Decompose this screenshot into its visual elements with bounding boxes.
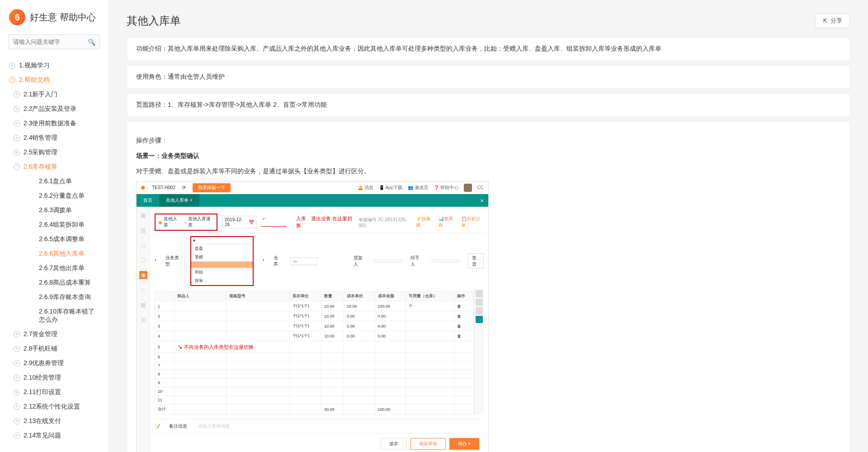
- nav-tree: 1.视频学习 2.帮助文档 2.1新手入门 2.2产品安装及登录 2.3使用前数…: [0, 58, 108, 443]
- ss-red-arrow-1: ←————: [261, 215, 292, 229]
- nav-2-12[interactable]: 2.12系统个性化设置: [14, 400, 108, 414]
- nav-2-10[interactable]: 2.10经营管理: [14, 371, 108, 385]
- ss-th: 数量: [321, 291, 344, 301]
- minus-icon: [9, 77, 15, 83]
- scene1-title: 场景一：业务类型确认: [136, 151, 840, 162]
- role-box: 使用角色：通常由仓管人员维护: [127, 65, 850, 89]
- ss-th: 库存单位: [289, 291, 321, 301]
- nav-help-docs[interactable]: 2.帮助文档: [0, 73, 108, 87]
- ss-quick-fill: ⚡快速填: [416, 216, 434, 228]
- nav-label: 2.14常见问题: [24, 432, 61, 440]
- main-content: 其他入库单 ⇱分享 功能介绍：其他入库单用来处理除采购入库、产成品入库之外的其他…: [108, 0, 868, 452]
- nav-2-3[interactable]: 2.3使用前数据准备: [14, 116, 108, 131]
- ss-track-btn: 发货: [468, 253, 484, 269]
- nav-label: 2.6库存核算: [24, 163, 57, 171]
- ss-avatar: [464, 184, 472, 192]
- nav-2-6-7[interactable]: 2.6.7其他出库单: [35, 261, 108, 276]
- ss-warehouse-input: —: [290, 257, 317, 265]
- nav-2-11[interactable]: 2.11打印设置: [14, 385, 108, 400]
- content-body: 操作步骤： 场景一：业务类型确认 对于受赠、盘盈或是拆装入库等不同的业务，是通过…: [127, 121, 850, 452]
- plus-icon: [14, 375, 20, 381]
- ss-oper-input: [432, 260, 459, 262]
- ss-tool-icon: [476, 316, 483, 323]
- ss-row: 1个(1*1个)10.0010.00100.00个🗑: [155, 301, 474, 311]
- nav-2-6-1[interactable]: 2.6.1盘点单: [35, 174, 108, 189]
- nav-2-6-5[interactable]: 2.6.5成本调整单: [35, 232, 108, 247]
- plus-icon: [14, 106, 20, 112]
- nav-2-5[interactable]: 2.5采购管理: [14, 145, 108, 160]
- plus-icon: [14, 389, 20, 395]
- ss-username: CC: [477, 185, 484, 190]
- nav-2-6[interactable]: 2.6库存核算: [14, 160, 108, 174]
- ss-try-button: 我要体验一下: [193, 183, 231, 192]
- ss-th: 可用量（仓库）: [406, 291, 454, 301]
- ss-row: 9: [155, 379, 474, 387]
- nav-label: 1.视频学习: [19, 62, 50, 70]
- ss-app-download: 📱 App下载: [379, 185, 402, 191]
- nav-2-6-3[interactable]: 2.6.3调拨单: [35, 203, 108, 218]
- nav-2-13[interactable]: 2.13在线支付: [14, 414, 108, 428]
- nav-label: 2.4销售管理: [24, 134, 57, 142]
- ss-history: 📋历史订单: [461, 216, 484, 228]
- nav-2-6-2[interactable]: 2.6.2分量盘点单: [35, 189, 108, 203]
- ss-nav-icon-1: ▦: [139, 211, 147, 219]
- ss-dd-item: 受赠: [191, 253, 253, 262]
- ss-th: 商品人: [175, 291, 226, 301]
- nav-2-6-6[interactable]: 2.6.6其他入库单: [35, 247, 108, 261]
- share-button[interactable]: ⇱分享: [815, 14, 850, 28]
- nav-2-14[interactable]: 2.14常见问题: [14, 428, 108, 443]
- nav-label: 2.12系统个性化设置: [24, 403, 80, 411]
- nav-video-learning[interactable]: 1.视频学习: [0, 58, 108, 73]
- nav-label: 2.13在线支付: [24, 417, 61, 425]
- nav-label: 2.11打印设置: [24, 388, 61, 396]
- plus-icon: [14, 331, 20, 338]
- scene1-text: 对于受赠、盘盈或是拆装入库等不同的业务，是通过单据头【业务类型】进行区分。: [136, 166, 840, 177]
- sidebar: 6 好生意 帮助中心 🔍 1.视频学习 2.帮助文档 2.1新手入门 2.2产品…: [0, 0, 108, 452]
- search-icon[interactable]: 🔍: [88, 38, 95, 46]
- plus-icon: [14, 135, 20, 141]
- nav-2-9[interactable]: 2.9优惠券管理: [14, 356, 108, 371]
- ss-leftnav: ▦ ▤ ◻ ▢ ◉ ⌂ ▦ ⊞: [137, 207, 150, 452]
- ss-dd-item: 拆装: [191, 276, 253, 285]
- nav-2-6-10[interactable]: 2.6.10库存账本错了怎么办: [35, 305, 108, 327]
- share-icon: ⇱: [823, 18, 828, 24]
- ss-th: 成本单价: [344, 291, 375, 301]
- nav-2-6-4[interactable]: 2.6.4组装拆卸单: [35, 218, 108, 232]
- ss-tab-home: 首页: [137, 194, 159, 207]
- nav-2-7[interactable]: 2.7资金管理: [14, 327, 108, 342]
- nav-2-1[interactable]: 2.1新手入门: [14, 87, 108, 102]
- path-label: 页面路径：: [136, 101, 168, 108]
- screenshot-1: ⬢ TEST-H002 ⟳ 我要体验一下 🔔 消息 📱 App下载 👥 邀成员 …: [136, 181, 489, 452]
- nav-2-6-8[interactable]: 2.6.8商品成本重算: [35, 276, 108, 290]
- share-label: 分享: [830, 17, 842, 25]
- nav-label: 2.7资金管理: [24, 330, 57, 338]
- role-text: 通常由仓管人员维护: [168, 73, 225, 80]
- ss-dd-item: 盘盈: [191, 244, 253, 253]
- ss-nav-icon-5: ◉: [139, 271, 147, 279]
- ss-logo-icon: ⬢: [141, 185, 145, 190]
- nav-label: 2.8手机旺铺: [24, 345, 57, 353]
- nav-2-2[interactable]: 2.2产品安装及登录: [14, 102, 108, 116]
- nav-label: 2.帮助文档: [19, 76, 50, 84]
- ss-memo-input: 请输入其他信息: [196, 422, 484, 430]
- ss-notif: 🔔 消息: [358, 185, 373, 191]
- nav-2-8[interactable]: 2.8手机旺铺: [14, 342, 108, 356]
- ss-oper-label: 经手人: [410, 255, 422, 267]
- ss-th: 成本金额: [375, 291, 406, 301]
- page-title: 其他入库单: [127, 14, 181, 28]
- ss-date-field: 2019-12-26📅: [222, 216, 257, 228]
- intro-box: 功能介绍：其他入库单用来处理除采购入库、产成品入库之外的其他入库业务，因此其他入…: [127, 37, 850, 61]
- nav-label: 2.9优惠券管理: [24, 359, 64, 367]
- ss-rightbar: [474, 289, 484, 414]
- search-input[interactable]: [8, 34, 100, 49]
- nav-2-6-9[interactable]: 2.6.9库存账本查询: [35, 290, 108, 305]
- plus-icon: [14, 91, 20, 98]
- ss-check-inv: 📊查库存: [439, 216, 457, 228]
- intro-text: 其他入库单用来处理除采购入库、产成品入库之外的其他入库业务，因此其他入库单可处理…: [168, 45, 661, 52]
- ss-tabs: 首页 其他入库单 × ✕: [137, 194, 488, 207]
- nav-label: 2.10经营管理: [24, 374, 61, 382]
- brand-logo[interactable]: 6 好生意 帮助中心: [0, 9, 108, 34]
- ss-row: 8: [155, 370, 474, 379]
- nav-2-4[interactable]: 2.4销售管理: [14, 131, 108, 145]
- ss-dd-item-selected: [191, 262, 253, 268]
